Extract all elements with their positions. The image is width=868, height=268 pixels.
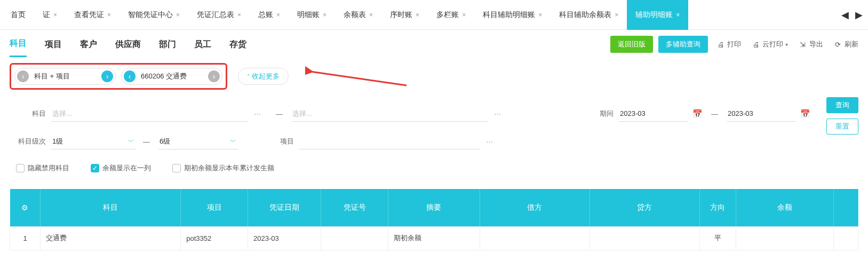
table-row[interactable]: 1交通费pot33522023-03期初余额平 (10, 226, 858, 250)
top-tab[interactable]: 余额表× (335, 0, 381, 30)
table-cell (590, 226, 699, 250)
cloud-print-button[interactable]: 🖨 云打印 ▾ (753, 40, 788, 49)
top-tab[interactable]: 凭证汇总表× (188, 0, 250, 30)
table-cell (834, 226, 858, 250)
subject-to-select[interactable] (291, 106, 489, 122)
table-cell (736, 226, 834, 250)
hide-disabled-checkbox[interactable]: 隐藏禁用科目 (16, 163, 69, 173)
top-tab[interactable]: 科目辅助明细账× (474, 0, 551, 30)
gear-icon[interactable]: ⚙ (10, 189, 41, 226)
column-header: 贷方 (590, 189, 699, 226)
toolbar: 科目项目客户供应商部门员工存货 返回旧版 多辅助查询 🖨 打印 🖨 云打印 ▾ … (0, 30, 868, 59)
table-cell: pot3352 (181, 226, 248, 250)
more-icon[interactable]: ⋯ (494, 110, 502, 118)
print-button[interactable]: 🖨 打印 (718, 40, 741, 49)
top-tab[interactable]: 证× (34, 0, 66, 30)
table-cell: 平 (699, 226, 736, 250)
svg-line-0 (310, 72, 407, 85)
close-icon[interactable]: × (416, 11, 419, 19)
close-icon[interactable]: × (107, 11, 111, 19)
combo-pill-label: 科目 + 项目 (29, 72, 101, 81)
table-cell (480, 226, 590, 250)
filter-panel: 科目 ⋯ — ⋯ 期间 📅 — 📅 科目级次 ﹀ — ﹀ 项目 ⋯ 查询 重置 (0, 94, 868, 149)
top-tab[interactable]: 序时账× (381, 0, 428, 30)
close-icon[interactable]: × (615, 11, 618, 19)
table-cell: 2023-03 (248, 226, 321, 250)
scroll-right-button[interactable]: ▶ (852, 9, 866, 21)
close-icon[interactable]: × (176, 11, 180, 19)
combo-pill[interactable]: ‹ 科目 + 项目 › (14, 68, 116, 85)
cloud-print-icon: 🖨 (753, 41, 760, 48)
pill-row: ‹ 科目 + 项目 › ‹ 660206 交通费 › ˄ 收起更多 (0, 59, 868, 94)
project-label: 项目 (274, 137, 299, 146)
column-header: 借方 (480, 189, 590, 226)
column-header: 凭证日期 (248, 189, 321, 226)
old-version-button[interactable]: 返回旧版 (610, 36, 653, 53)
checkbox-row: 隐藏禁用科目 ✓余额显示在一列 期初余额显示本年累计发生额 (0, 161, 868, 189)
level-to-select[interactable] (158, 133, 238, 149)
more-icon[interactable]: ⋯ (254, 110, 262, 118)
top-tab[interactable]: 辅助明细账× (627, 0, 688, 30)
close-icon[interactable]: × (538, 11, 542, 19)
table-cell: 期初余额 (388, 226, 480, 250)
opening-ytd-checkbox[interactable]: 期初余额显示本年累计发生额 (172, 163, 274, 173)
refresh-button[interactable]: ⟳ 刷新 (835, 40, 858, 49)
export-icon: ⇲ (800, 41, 807, 48)
top-tab[interactable]: 多栏账× (428, 0, 474, 30)
column-header (834, 189, 858, 226)
annotation-arrow (305, 64, 412, 91)
dimension-tab[interactable]: 客户 (80, 33, 97, 57)
dimension-tab[interactable]: 供应商 (115, 33, 141, 57)
top-tab[interactable]: 智能凭证中心× (120, 0, 188, 30)
dimension-tab[interactable]: 项目 (45, 33, 62, 57)
subject-from-select[interactable] (51, 106, 249, 122)
level-label: 科目级次 (10, 137, 51, 146)
scroll-left-button[interactable]: ◀ (838, 9, 852, 21)
export-button[interactable]: ⇲ 导出 (800, 40, 823, 49)
close-icon[interactable]: × (369, 11, 373, 19)
close-icon[interactable]: × (53, 11, 57, 19)
close-icon[interactable]: × (676, 11, 680, 19)
dimension-tab[interactable]: 员工 (194, 33, 211, 57)
collapse-more-button[interactable]: ˄ 收起更多 (238, 68, 289, 85)
more-icon[interactable]: ⋯ (486, 138, 494, 146)
top-tab[interactable]: 总账× (250, 0, 289, 30)
balance-one-col-checkbox[interactable]: ✓余额显示在一列 (91, 163, 151, 173)
top-tab[interactable]: 查看凭证× (66, 0, 120, 30)
close-icon[interactable]: × (462, 11, 466, 19)
chevron-left-icon[interactable]: ‹ (124, 70, 136, 82)
column-header: 项目 (181, 189, 248, 226)
column-header: 摘要 (388, 189, 480, 226)
table-cell: 1 (10, 226, 41, 250)
query-button[interactable]: 查询 (826, 97, 858, 113)
chevron-right-icon[interactable]: › (208, 70, 220, 82)
reset-button[interactable]: 重置 (826, 119, 858, 135)
calendar-icon[interactable]: 📅 (692, 109, 703, 119)
project-select[interactable] (299, 133, 481, 149)
calendar-icon[interactable]: 📅 (800, 109, 810, 119)
chevron-right-icon[interactable]: › (101, 70, 113, 82)
dimension-tab[interactable]: 存货 (229, 33, 246, 57)
top-tab[interactable]: 明细账× (289, 0, 335, 30)
chevron-up-icon: ˄ (247, 74, 250, 80)
level-from-select[interactable] (51, 133, 137, 149)
period-label: 期间 (593, 109, 619, 119)
column-header: 科目 (41, 189, 181, 226)
close-icon[interactable]: × (276, 11, 280, 19)
top-tab[interactable]: 科目辅助余额表× (551, 0, 627, 30)
chevron-left-icon[interactable]: ‹ (17, 70, 29, 82)
close-icon[interactable]: × (237, 11, 241, 19)
refresh-icon: ⟳ (835, 41, 842, 48)
period-to-input[interactable] (727, 106, 796, 122)
column-header: 凭证号 (321, 189, 388, 226)
dimension-tab[interactable]: 科目 (10, 31, 27, 57)
top-tab[interactable]: 首页 (2, 0, 34, 30)
period-from-input[interactable] (619, 106, 688, 122)
table-cell: 交通费 (41, 226, 181, 250)
subject-pill[interactable]: ‹ 660206 交通费 › (121, 68, 222, 85)
multi-query-button[interactable]: 多辅助查询 (658, 36, 708, 53)
column-header: 方向 (699, 189, 736, 226)
dimension-tab[interactable]: 部门 (159, 33, 176, 57)
close-icon[interactable]: × (323, 11, 327, 19)
table-cell (321, 226, 388, 250)
